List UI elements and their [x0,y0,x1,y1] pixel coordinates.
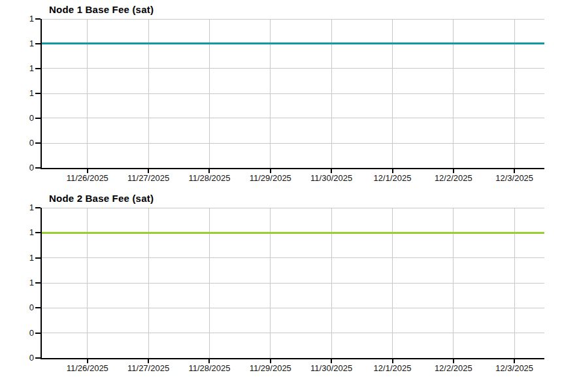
plot-area: 111100011/26/202511/27/202511/28/202511/… [41,19,544,169]
y-tick-mark [35,142,41,144]
x-tick-label: 11/27/2025 [119,363,178,373]
gridline-vertical [514,208,515,358]
y-tick-mark [35,43,41,44]
gridline-horizontal [42,333,544,333]
gridline-vertical [209,208,210,358]
y-tick-label: 0 [10,353,34,363]
y-tick-label: 1 [10,203,34,212]
chart-node1-base-fee: Node 1 Base Fee (sat) 111100011/26/20251… [0,0,562,189]
x-tick-label: 11/30/2025 [302,173,361,183]
y-tick-label: 1 [10,63,34,73]
gridline-horizontal [42,283,544,284]
y-tick-label: 0 [10,302,34,312]
y-tick-mark [35,18,41,20]
chart-title: Node 2 Base Fee (sat) [49,193,154,204]
y-tick-mark [35,93,41,94]
x-tick-label: 12/1/2025 [363,363,422,373]
y-tick-label: 0 [10,138,34,148]
y-tick-label: 1 [10,227,34,237]
x-tick-label: 11/30/2025 [302,363,361,373]
x-tick-label: 11/29/2025 [241,173,300,183]
y-tick-mark [35,333,41,334]
gridline-horizontal [42,143,544,144]
gridline-vertical [148,208,149,358]
gridline-horizontal [42,68,544,69]
y-tick-label: 0 [10,113,34,123]
x-tick-label: 12/2/2025 [424,363,483,373]
gridline-horizontal [42,208,544,208]
series-line [42,42,544,44]
x-tick-label: 11/28/2025 [180,173,239,183]
x-tick-label: 12/3/2025 [485,363,544,373]
y-tick-mark [35,118,41,119]
gridline-vertical [392,208,393,358]
gridline-vertical [453,208,454,358]
y-tick-mark [35,307,41,308]
gridline-horizontal [42,118,544,118]
y-tick-label: 0 [10,328,34,338]
y-tick-mark [35,357,41,359]
x-tick-label: 12/1/2025 [363,173,422,183]
series-line [42,232,544,234]
x-tick-label: 11/28/2025 [180,363,239,373]
gridline-vertical [87,208,88,358]
y-tick-mark [35,207,41,208]
x-tick-label: 12/2/2025 [424,173,483,183]
x-tick-label: 11/29/2025 [241,363,300,373]
y-tick-mark [35,257,41,259]
gridline-vertical [148,19,149,168]
plot-area: 111100011/26/202511/27/202511/28/202511/… [41,208,544,359]
y-tick-label: 1 [10,14,34,24]
gridline-vertical [270,208,271,358]
y-tick-label: 1 [10,88,34,98]
gridline-horizontal [42,19,544,20]
y-tick-label: 0 [10,163,34,172]
y-tick-mark [35,167,41,169]
gridline-vertical [331,208,332,358]
x-tick-label: 12/3/2025 [485,173,544,183]
gridline-vertical [514,19,515,168]
gridline-vertical [87,19,88,168]
gridline-vertical [331,19,332,168]
y-tick-label: 1 [10,278,34,287]
y-tick-label: 1 [10,39,34,48]
gridline-horizontal [42,257,544,258]
gridline-horizontal [42,93,544,94]
gridline-vertical [392,19,393,168]
gridline-vertical [209,19,210,168]
gridline-vertical [270,19,271,168]
gridline-horizontal [42,308,544,308]
y-tick-mark [35,232,41,233]
x-tick-label: 11/27/2025 [119,173,178,183]
y-tick-label: 1 [10,253,34,263]
gridline-vertical [453,19,454,168]
x-tick-label: 11/26/2025 [58,173,117,183]
y-tick-mark [35,68,41,69]
y-tick-mark [35,282,41,284]
x-tick-label: 11/26/2025 [58,363,117,373]
chart-node2-base-fee: Node 2 Base Fee (sat) 111100011/26/20251… [0,189,562,379]
chart-title: Node 1 Base Fee (sat) [49,4,154,15]
